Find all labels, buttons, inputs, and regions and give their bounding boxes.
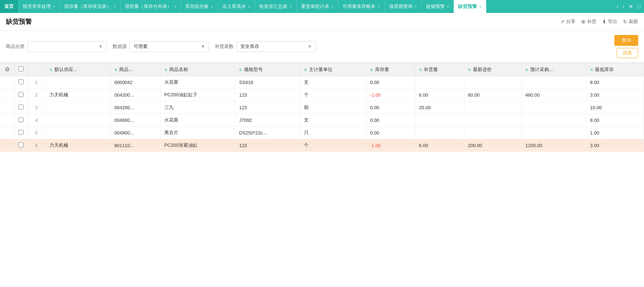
- tab-receipt-summary[interactable]: 收发存汇总表 ×: [255, 0, 296, 13]
- page-title: 缺货预警: [6, 17, 32, 26]
- tab-stock-status[interactable]: 现存量（库存状况表） ×: [60, 0, 120, 13]
- row-spec: SS816: [235, 76, 300, 89]
- tab-nav-buttons: ‹ › ✕ □: [614, 3, 644, 10]
- tab-next-button[interactable]: ›: [621, 3, 627, 10]
- row-replenish-qty: 6.00: [415, 139, 464, 152]
- row-checkbox-5[interactable]: [18, 142, 23, 147]
- tab-available-ledger[interactable]: 可用量库存账本 ×: [338, 0, 384, 13]
- close-available-ledger-tab[interactable]: ×: [378, 4, 380, 9]
- column-product-code[interactable]: ⇅ 商品...: [110, 63, 160, 76]
- sort-min-stock-icon: ⇅: [590, 68, 593, 72]
- query-button[interactable]: 查询: [614, 35, 638, 46]
- close-inout-flow-tab[interactable]: ×: [248, 4, 250, 9]
- close-expiry-tab[interactable]: ×: [415, 4, 417, 9]
- row-checkbox-1[interactable]: [18, 92, 23, 97]
- row-replenish-qty: 20.00: [415, 101, 464, 114]
- share-button[interactable]: ↗ 分享: [560, 18, 575, 25]
- sort-unit-icon: ⇅: [304, 68, 307, 72]
- column-min-stock[interactable]: ⇅ 最低库存: [586, 63, 644, 76]
- tab-stock-dist[interactable]: 现存量（库存分布表） ×: [121, 0, 181, 13]
- column-checkbox[interactable]: [14, 63, 27, 76]
- row-stock-qty: -1.00: [366, 139, 415, 152]
- row-checkbox-cell[interactable]: [14, 89, 27, 101]
- replenish-button[interactable]: ⊕ 补货: [581, 18, 596, 25]
- datasource-value: 可用量: [134, 43, 198, 50]
- column-spec[interactable]: ⇅ 规格型号: [235, 63, 300, 76]
- close-demand-stat-tab[interactable]: ×: [331, 4, 334, 9]
- tab-overstock[interactable]: 超储预警 ×: [422, 0, 454, 13]
- share-icon: ↗: [560, 19, 565, 25]
- row-checkbox-2[interactable]: [18, 105, 23, 110]
- tab-expiry[interactable]: 保质期查询 ×: [385, 0, 422, 13]
- row-spec: 123: [235, 139, 300, 152]
- tab-batch-account[interactable]: 库存批次账 ×: [181, 0, 218, 13]
- row-spec: 123: [235, 101, 300, 114]
- replenish-base-label: 补货基数: [215, 43, 234, 50]
- category-arrow-icon: ▼: [99, 44, 103, 49]
- table-body: 1 0000042 火花塞 SS816 支 0.00 8.00 2 力天机械 0…: [0, 76, 644, 152]
- tab-exception[interactable]: 拣货异常处理 ×: [18, 0, 60, 13]
- row-checkbox-cell[interactable]: [14, 101, 27, 114]
- row-checkbox-cell[interactable]: [14, 127, 27, 139]
- row-min-stock: 3.00: [586, 139, 644, 152]
- refresh-button[interactable]: ↻ 刷新: [623, 18, 638, 25]
- column-product-name[interactable]: ⇅ 商品名称: [161, 63, 235, 76]
- datasource-select[interactable]: 可用量 ▼: [130, 41, 209, 52]
- column-estimated-purchase[interactable]: ⇅ 预计采购...: [522, 63, 586, 76]
- datasource-filter-group: 数据源 可用量 ▼: [113, 41, 209, 52]
- tab-home[interactable]: 首页: [0, 0, 18, 13]
- row-unit: 支: [300, 114, 366, 127]
- row-unit: 个: [300, 89, 366, 101]
- row-min-stock: 8.00: [586, 76, 644, 89]
- column-stock-qty[interactable]: ⇅ 库存量: [366, 63, 415, 76]
- table-header-row: ⚙ ⇅ 默认供应... ⇅ 商品... ⇅: [0, 63, 644, 76]
- row-latest-price: 80.00: [464, 89, 521, 101]
- close-shortage-tab[interactable]: ×: [479, 4, 481, 9]
- row-checkbox-3[interactable]: [18, 117, 23, 122]
- close-stock-status-tab[interactable]: ×: [113, 4, 116, 9]
- row-stock-qty: 0.00: [366, 76, 415, 89]
- row-product-code: 004200...: [110, 89, 160, 101]
- column-replenish-qty[interactable]: ⇅ 补货量: [415, 63, 464, 76]
- column-latest-price[interactable]: ⇅ 最新进价: [464, 63, 521, 76]
- close-overstock-tab[interactable]: ×: [447, 4, 449, 9]
- row-product-code: 004200...: [110, 101, 160, 114]
- column-gear[interactable]: ⚙: [0, 63, 14, 76]
- tab-maximize-button[interactable]: □: [635, 3, 643, 10]
- tab-demand-stat[interactable]: 要货单统计表 ×: [297, 0, 338, 13]
- column-unit[interactable]: ⇅ 主计量单位: [300, 63, 366, 76]
- row-default-supplier: 力天机械: [46, 139, 110, 152]
- row-min-stock: 8.00: [586, 114, 644, 127]
- filter-bar: 商品分类 ▼ 数据源 可用量 ▼ 补货基数 安全库存 ▼ 查询 设置: [0, 31, 644, 63]
- tab-inout-flow[interactable]: 出入库流水 ×: [218, 0, 255, 13]
- row-estimated-purchase: 1200.00: [522, 139, 586, 152]
- table-row: 6 力天机械 801110... PC200张紧油缸 123 个 -1.00 6…: [0, 139, 644, 152]
- close-stock-dist-tab[interactable]: ×: [174, 4, 176, 9]
- replenish-base-select[interactable]: 安全库存 ▼: [236, 41, 316, 52]
- settings-button[interactable]: 设置: [617, 48, 638, 58]
- close-batch-account-tab[interactable]: ×: [211, 4, 213, 9]
- category-select[interactable]: ▼: [27, 41, 107, 52]
- export-button[interactable]: ⬇ 导出: [602, 18, 617, 25]
- row-latest-price: [464, 127, 521, 139]
- tab-prev-button[interactable]: ‹: [614, 3, 621, 10]
- gear-settings-button[interactable]: ⚙: [5, 66, 10, 73]
- row-checkbox-cell[interactable]: [14, 76, 27, 89]
- select-all-checkbox[interactable]: [18, 66, 23, 71]
- row-replenish-qty: 6.00: [415, 89, 464, 101]
- table-row: 1 0000042 火花塞 SS816 支 0.00 8.00: [0, 76, 644, 89]
- column-default-supplier[interactable]: ⇅ 默认供应...: [46, 63, 110, 76]
- tab-shortage[interactable]: 缺货预警 ×: [454, 0, 486, 13]
- row-checkbox-cell[interactable]: [14, 114, 27, 127]
- close-exception-tab[interactable]: ×: [53, 4, 55, 9]
- close-receipt-summary-tab[interactable]: ×: [290, 4, 292, 9]
- tab-close-all-button[interactable]: ✕: [627, 3, 635, 10]
- row-product-name: PC200油缸缸子: [161, 89, 235, 101]
- row-number: 1: [27, 76, 46, 89]
- tab-bar: 首页 拣货异常处理 × 现存量（库存状况表） × 现存量（库存分布表） × 库存…: [0, 0, 644, 13]
- row-checkbox-4[interactable]: [18, 130, 23, 135]
- row-checkbox-0[interactable]: [18, 79, 23, 84]
- row-product-code: 004800...: [110, 127, 160, 139]
- row-replenish-qty: [415, 114, 464, 127]
- row-checkbox-cell[interactable]: [14, 139, 27, 152]
